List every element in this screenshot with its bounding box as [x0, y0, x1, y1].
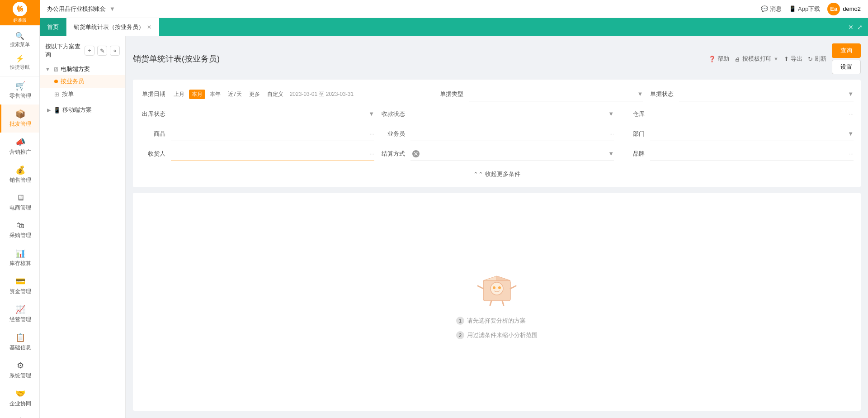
marketing-icon: 📣 [15, 137, 25, 147]
doc-type-label: 单据类型 [438, 90, 463, 98]
goods-more-icon[interactable]: ··· [370, 131, 374, 137]
sidebar-item-basic-info[interactable]: 📋 基础信息 [0, 328, 39, 356]
tab-bar: 首页 销货单统计表（按业务员） ✕ ✕ ⤢ [40, 18, 868, 36]
scheme-item-by-salesman[interactable]: 按业务员 [40, 75, 125, 88]
mobile-folder-icon: 📱 [53, 107, 61, 114]
tip-num-2: 2 [456, 331, 464, 339]
search-menu-btn[interactable]: 🔍 搜索菜单 [8, 29, 32, 50]
tab-close-window-icon[interactable]: ✕ [848, 24, 854, 31]
ecommerce-icon: 🖥 [16, 193, 24, 203]
sidebar-item-retail[interactable]: 🛒 零售管理 [0, 76, 39, 104]
purchase-icon: 🛍 [16, 221, 24, 230]
brand-more-icon[interactable]: ··· [849, 151, 854, 157]
sidebar-search-section: 🔍 搜索菜单 ⚡ 快捷导航 [0, 25, 39, 76]
edit-scheme-btn[interactable]: ✎ [97, 46, 107, 56]
doc-type-dropdown-icon[interactable]: ▼ [637, 90, 643, 97]
topbar-dropdown-icon[interactable]: ▼ [109, 5, 115, 12]
settle-dropdown-icon[interactable]: ▼ [608, 150, 614, 157]
page-title: 销货单统计表(按业务员) [133, 53, 220, 64]
sidebar-item-wholesale[interactable]: 📦 批发管理 [0, 104, 39, 133]
sidebar-item-management[interactable]: 📈 经营管理 [0, 300, 39, 328]
out-status-dropdown-icon[interactable]: ▼ [368, 110, 374, 117]
refresh-btn[interactable]: ↻ 刷新 [808, 55, 826, 63]
print-icon: 🖨 [735, 56, 741, 62]
phone-icon: 📱 [789, 5, 796, 12]
message-btn[interactable]: 💬 消息 [761, 5, 782, 13]
tab-maximize-icon[interactable]: ⤢ [857, 24, 863, 31]
receiver-more-icon[interactable]: ··· [370, 151, 374, 157]
dept-label: 部门 [619, 130, 645, 138]
brand-field[interactable]: ··· [650, 147, 854, 161]
settings-button[interactable]: 设置 [832, 60, 861, 74]
doc-status-dropdown-icon[interactable]: ▼ [848, 90, 854, 97]
svg-line-8 [490, 301, 491, 305]
sidebar-item-purchase[interactable]: 🛍 采购管理 [0, 216, 39, 244]
tab-window-actions: ✕ ⤢ [843, 24, 868, 31]
dept-dropdown-icon[interactable]: ▼ [848, 130, 854, 137]
app-download-btn[interactable]: 📱 App下载 [789, 5, 820, 13]
main-area: 办公用品行业模拟账套 ▼ 💬 消息 📱 App下载 Ea demo2 首页 [40, 0, 868, 418]
sidebar-item-sales[interactable]: 💰 销售管理 [0, 161, 39, 189]
receiver-field[interactable]: ··· [171, 147, 374, 161]
app-logo[interactable]: 畅 标准版 [0, 0, 40, 25]
date-current-month-btn[interactable]: 本月 [189, 90, 205, 99]
page-actions: ❓ 帮助 🖨 按模板打印 ▼ ⬆ 导出 ↻ 刷新 [708, 43, 861, 74]
collapse-panel-btn[interactable]: « [110, 46, 120, 56]
sidebar-item-marketing[interactable]: 📣 营销推广 [0, 133, 39, 161]
sidebar-item-system[interactable]: ⚙ 系统管理 [0, 356, 39, 384]
collapse-more-btn[interactable]: ⌃⌃ 收起更多条件 [473, 168, 520, 180]
export-btn[interactable]: ⬆ 导出 [784, 55, 802, 63]
empty-tips: 1 请先选择要分析的方案 2 用过滤条件来缩小分析范围 [456, 315, 538, 341]
sales-icon: 💰 [15, 165, 25, 175]
date-range-display: 2023-03-01 至 2023-03-31 [290, 90, 354, 98]
date-last-month-btn[interactable]: 上月 [171, 90, 187, 99]
warehouse-field[interactable]: ··· [650, 107, 854, 121]
template-print-btn[interactable]: 🖨 按模板打印 ▼ [735, 55, 778, 63]
settle-clear-icon[interactable]: ✕ [412, 150, 420, 157]
sidebar-item-ecommerce[interactable]: 🖥 电商管理 [0, 189, 39, 216]
user-profile-btn[interactable]: Ea demo2 [827, 3, 861, 15]
doc-type-field[interactable]: ▼ [469, 87, 643, 101]
salesman-more-icon[interactable]: ··· [609, 131, 614, 137]
sidebar-item-collab[interactable]: 🤝 企业协同 [0, 384, 39, 412]
filter-card: 单据日期 上月 本月 本年 近7天 更多 自定义 2023-03-01 至 20… [133, 80, 861, 187]
collapse-icon: ⌃⌃ [473, 171, 483, 178]
salesman-field[interactable]: ··· [410, 127, 614, 141]
scheme-item-by-order[interactable]: ⊞ 按单 [40, 88, 125, 100]
tab-close-btn[interactable]: ✕ [147, 24, 151, 30]
goods-field[interactable]: ··· [171, 127, 374, 141]
sidebar-item-newbie[interactable]: 🎓 新手引导 [0, 412, 39, 418]
receipt-status-field[interactable]: ▼ [410, 107, 614, 121]
topbar: 办公用品行业模拟账套 ▼ 💬 消息 📱 App下载 Ea demo2 [40, 0, 868, 18]
receipt-status-dropdown-icon[interactable]: ▼ [608, 110, 614, 117]
pc-scheme-group-title[interactable]: ▼ 🖥 电脑端方案 [40, 63, 125, 75]
expand-icon: ▼ [45, 66, 50, 72]
avatar: Ea [827, 3, 840, 15]
tab-home[interactable]: 首页 [40, 18, 66, 36]
query-button[interactable]: 查询 [832, 43, 861, 58]
warehouse-more-icon[interactable]: ··· [849, 111, 854, 117]
management-icon: 📈 [15, 304, 25, 314]
left-panel-header: 按以下方案查询 + ✎ « [40, 40, 125, 62]
wholesale-icon: 📦 [15, 109, 25, 119]
topbar-right: 💬 消息 📱 App下载 Ea demo2 [761, 3, 861, 15]
date-last-7days-btn[interactable]: 近7天 [225, 90, 245, 99]
doc-status-field[interactable]: ▼ [679, 87, 854, 101]
sidebar-item-inventory[interactable]: 📊 库存核算 [0, 244, 39, 272]
dept-field[interactable]: ▼ [650, 127, 854, 141]
folder-icon: 🖥 [53, 66, 59, 73]
date-custom-btn[interactable]: 自定义 [264, 90, 286, 99]
print-dropdown-icon[interactable]: ▼ [774, 56, 778, 62]
tab-sales-stat[interactable]: 销货单统计表（按业务员） ✕ [66, 18, 159, 36]
mobile-scheme-group-title[interactable]: ▶ 📱 移动端方案 [40, 104, 125, 116]
settle-field[interactable]: ✕ ▼ [410, 147, 614, 161]
settle-label: 结算方式 [380, 150, 405, 158]
date-current-year-btn[interactable]: 本年 [207, 90, 223, 99]
export-icon: ⬆ [784, 56, 789, 62]
help-btn[interactable]: ❓ 帮助 [708, 55, 729, 63]
out-status-field[interactable]: ▼ [171, 107, 374, 121]
date-more-btn[interactable]: 更多 [246, 90, 263, 99]
add-scheme-btn[interactable]: + [85, 46, 94, 56]
sidebar-item-finance[interactable]: 💳 资金管理 [0, 272, 39, 300]
quick-nav-btn[interactable]: ⚡ 快捷导航 [8, 52, 32, 72]
